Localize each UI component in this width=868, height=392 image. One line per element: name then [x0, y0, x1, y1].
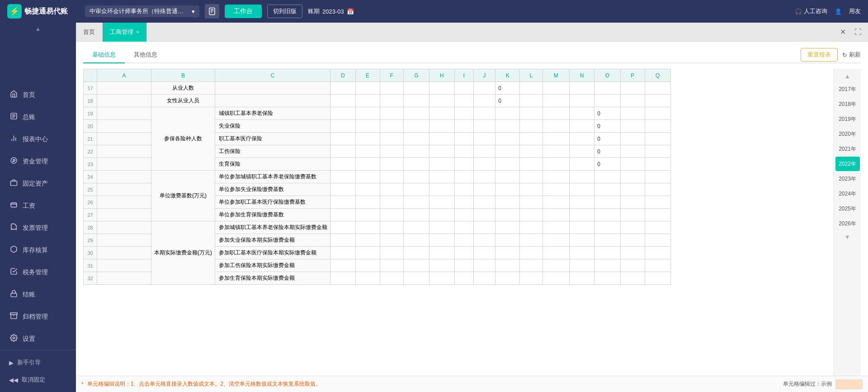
- cell-b[interactable]: 女性从业人员: [151, 95, 215, 107]
- sidebar-item-tax[interactable]: 税务管理: [0, 261, 76, 283]
- cell-H[interactable]: [429, 247, 455, 259]
- cell-G[interactable]: [403, 247, 429, 259]
- cell-F[interactable]: [380, 196, 403, 209]
- cell-K[interactable]: [495, 234, 520, 247]
- cell-F[interactable]: [380, 259, 403, 272]
- cell-P[interactable]: [620, 95, 645, 107]
- spreadsheet[interactable]: A B C D E F G H I J K L M: [83, 69, 834, 376]
- cell-a[interactable]: [97, 196, 151, 209]
- cell-c[interactable]: 参加生育保险本期实际缴费金额: [215, 272, 330, 285]
- cell-P[interactable]: [620, 247, 645, 259]
- year-item-2017年[interactable]: 2017年: [835, 82, 860, 96]
- tab-home[interactable]: 首页: [76, 23, 103, 42]
- year-item-2020年[interactable]: 2020年: [835, 127, 860, 141]
- cell-G[interactable]: [403, 158, 429, 171]
- cell-K[interactable]: [495, 209, 520, 221]
- cell-L[interactable]: [520, 171, 543, 183]
- cell-a[interactable]: [97, 259, 151, 272]
- cell-L[interactable]: [520, 82, 543, 95]
- cell-O[interactable]: [594, 95, 620, 107]
- switch-version-button[interactable]: 切到旧版: [267, 5, 302, 18]
- cell-K[interactable]: [495, 107, 520, 120]
- cell-D[interactable]: [330, 209, 356, 221]
- cell-I[interactable]: [454, 221, 473, 234]
- cell-L[interactable]: [520, 145, 543, 158]
- cell-M[interactable]: [542, 82, 569, 95]
- cell-H[interactable]: [429, 234, 455, 247]
- cell-P[interactable]: [620, 171, 645, 183]
- cell-a[interactable]: [97, 107, 151, 120]
- cell-G[interactable]: [403, 259, 429, 272]
- cell-c[interactable]: 单位参加生育保险缴费基数: [215, 209, 330, 221]
- cell-F[interactable]: [380, 133, 403, 145]
- cell-H[interactable]: [429, 196, 455, 209]
- cell-K[interactable]: [495, 171, 520, 183]
- cell-N[interactable]: [569, 95, 594, 107]
- cell-J[interactable]: [473, 209, 495, 221]
- cell-P[interactable]: [620, 133, 645, 145]
- cell-a[interactable]: [97, 82, 151, 95]
- cell-a[interactable]: [97, 272, 151, 285]
- cell-L[interactable]: [520, 196, 543, 209]
- cell-P[interactable]: [620, 209, 645, 221]
- cell-Q[interactable]: [645, 171, 670, 183]
- cell-F[interactable]: [380, 120, 403, 133]
- cell-a[interactable]: [97, 209, 151, 221]
- cell-H[interactable]: [429, 158, 455, 171]
- cell-H[interactable]: [429, 259, 455, 272]
- cell-K[interactable]: [495, 183, 520, 196]
- cell-F[interactable]: [380, 158, 403, 171]
- cell-E[interactable]: [355, 221, 380, 234]
- cell-J[interactable]: [473, 221, 495, 234]
- refresh-button[interactable]: ↻ 刷新: [842, 51, 861, 59]
- cell-D[interactable]: [330, 221, 356, 234]
- cell-E[interactable]: [355, 82, 380, 95]
- cell-M[interactable]: [542, 259, 569, 272]
- sidebar-item-report[interactable]: 报表中心: [0, 128, 76, 150]
- cell-D[interactable]: [330, 120, 356, 133]
- cell-K[interactable]: [495, 247, 520, 259]
- cell-Q[interactable]: [645, 183, 670, 196]
- cell-N[interactable]: [569, 272, 594, 285]
- cell-G[interactable]: [403, 221, 429, 234]
- cell-N[interactable]: [569, 259, 594, 272]
- cell-P[interactable]: [620, 234, 645, 247]
- cell-I[interactable]: [454, 120, 473, 133]
- cell-O[interactable]: [594, 234, 620, 247]
- cell-D[interactable]: [330, 158, 356, 171]
- cell-F[interactable]: [380, 247, 403, 259]
- cell-D[interactable]: [330, 259, 356, 272]
- cell-N[interactable]: [569, 234, 594, 247]
- cell-F[interactable]: [380, 272, 403, 285]
- cell-I[interactable]: [454, 183, 473, 196]
- cell-N[interactable]: [569, 158, 594, 171]
- cell-D[interactable]: [330, 95, 356, 107]
- cell-G[interactable]: [403, 95, 429, 107]
- cell-O[interactable]: 0: [594, 107, 620, 120]
- cell-a[interactable]: [97, 120, 151, 133]
- cell-N[interactable]: [569, 209, 594, 221]
- cell-F[interactable]: [380, 234, 403, 247]
- year-item-2025年[interactable]: 2025年: [835, 201, 860, 216]
- cell-c[interactable]: 参加工伤保险本期实际缴费金额: [215, 259, 330, 272]
- sidebar-item-unfix[interactable]: ◀◀ 取消固定: [0, 371, 76, 388]
- cell-c[interactable]: 工伤保险: [215, 145, 330, 158]
- cell-F[interactable]: [380, 221, 403, 234]
- cell-L[interactable]: [520, 120, 543, 133]
- cell-M[interactable]: [542, 209, 569, 221]
- cell-O[interactable]: 0: [594, 158, 620, 171]
- cell-L[interactable]: [520, 259, 543, 272]
- cell-K[interactable]: [495, 259, 520, 272]
- cell-J[interactable]: [473, 259, 495, 272]
- cell-a[interactable]: [97, 221, 151, 234]
- cell-Q[interactable]: [645, 196, 670, 209]
- year-item-2022年[interactable]: 2022年: [835, 157, 860, 171]
- cell-M[interactable]: [542, 120, 569, 133]
- cell-E[interactable]: [355, 120, 380, 133]
- cell-b-group[interactable]: 单位缴费基数(万元): [151, 171, 215, 221]
- cell-J[interactable]: [473, 95, 495, 107]
- cell-P[interactable]: [620, 183, 645, 196]
- cell-J[interactable]: [473, 145, 495, 158]
- cell-I[interactable]: [454, 209, 473, 221]
- cell-D[interactable]: [330, 247, 356, 259]
